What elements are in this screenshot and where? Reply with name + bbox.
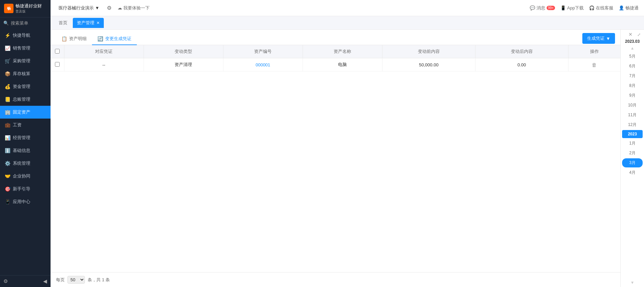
tab-change-voucher[interactable]: 🔄 变更生成凭证 bbox=[92, 33, 137, 45]
cal-month-11[interactable]: 11月 bbox=[622, 110, 643, 120]
user-name: 畅捷通 bbox=[625, 5, 639, 11]
generate-voucher-button[interactable]: 生成凭证 ▼ bbox=[582, 33, 615, 44]
generate-voucher-label: 生成凭证 bbox=[587, 35, 605, 41]
row-before-change: 50,000.00 bbox=[382, 58, 475, 71]
sidebar-item-app-center[interactable]: 📱 应用中心 bbox=[0, 195, 51, 208]
message-icon: 💬 bbox=[530, 5, 535, 10]
cal-month-8[interactable]: 8月 bbox=[622, 81, 643, 90]
search-menu[interactable]: 🔍 搜索菜单 bbox=[0, 18, 51, 29]
cal-year-2023[interactable]: 2023 bbox=[622, 130, 643, 138]
per-page-label: 每页 bbox=[56, 277, 65, 283]
capital-icon: 💰 bbox=[5, 84, 10, 89]
app-version: 普及版 bbox=[16, 9, 42, 14]
asset-detail-label: 资产明细 bbox=[69, 36, 87, 42]
sidebar-item-fixed-assets[interactable]: 🏢 固定资产 bbox=[0, 106, 51, 119]
sidebar-item-guide[interactable]: 🎯 新手引导 bbox=[0, 183, 51, 195]
company-dropdown-icon: ▼ bbox=[95, 5, 99, 10]
sidebar-item-sales[interactable]: 📈 销售管理 bbox=[0, 42, 51, 55]
quick-nav-label: 快捷导航 bbox=[13, 32, 30, 38]
app-download-button[interactable]: 📱 App下载 bbox=[560, 5, 584, 11]
row-voucher: -- bbox=[64, 58, 144, 71]
row-change-type: 资产清理 bbox=[144, 58, 223, 71]
settings-icon[interactable]: ⚙ bbox=[3, 278, 8, 284]
customer-service-button[interactable]: 🎧 在线客服 bbox=[589, 5, 613, 11]
sidebar-item-basic-info[interactable]: ℹ️ 基础信息 bbox=[0, 144, 51, 157]
customer-service-label: 在线客服 bbox=[596, 5, 613, 11]
quick-nav-icon: ⚡ bbox=[5, 33, 10, 38]
cal-month-7[interactable]: 7月 bbox=[622, 71, 643, 81]
calendar-close-button[interactable]: ✕ bbox=[626, 31, 635, 38]
table-header-row: 对应凭证 变动类型 资产编号 资产名称 变动前内容 变动后内容 操作 bbox=[51, 45, 620, 58]
top-header: 医疗器械行业演示 ▼ ⚙ ☁ 我要体验一下 💬 消息 99 📱 App下载 🎧 … bbox=[51, 0, 644, 16]
row-asset-name: 电脑 bbox=[303, 58, 382, 71]
select-all-checkbox[interactable] bbox=[55, 49, 60, 54]
row-after-change: 0.00 bbox=[475, 58, 568, 71]
total-label: 条，共 1 条 bbox=[88, 277, 110, 283]
tab-home[interactable]: 首页 bbox=[55, 18, 71, 28]
inventory-label: 库存核算 bbox=[13, 71, 30, 77]
sidebar: 畅 畅捷通好业财 普及版 🔍 搜索菜单 ⚡ 快捷导航 📈 销售管理 🛒 采购管理… bbox=[0, 0, 51, 287]
delete-row-button[interactable]: 🗑 bbox=[592, 62, 597, 68]
change-voucher-icon: 🔄 bbox=[97, 36, 103, 41]
sidebar-item-operations[interactable]: 📊 经营管理 bbox=[0, 131, 51, 144]
purchase-label: 采购管理 bbox=[13, 58, 30, 64]
collapse-icon[interactable]: ◀ bbox=[43, 278, 47, 284]
sidebar-item-capital[interactable]: 💰 资金管理 bbox=[0, 80, 51, 93]
sidebar-item-ledger[interactable]: 📒 总账管理 bbox=[0, 93, 51, 106]
settings-gear-icon[interactable]: ⚙ bbox=[107, 5, 112, 11]
sidebar-item-payroll[interactable]: 💼 工资 bbox=[0, 119, 51, 131]
header-right: 💬 消息 99 📱 App下载 🎧 在线客服 👤 畅捷通 bbox=[530, 5, 639, 11]
feedback-button[interactable]: ☁ 我要体验一下 bbox=[118, 5, 150, 11]
sales-label: 销售管理 bbox=[13, 45, 30, 51]
change-voucher-table: 对应凭证 变动类型 资产编号 资产名称 变动前内容 变动后内容 操作 bbox=[51, 45, 620, 71]
fixed-assets-icon: 🏢 bbox=[5, 109, 10, 115]
ledger-label: 总账管理 bbox=[13, 96, 30, 102]
table-container: 对应凭证 变动类型 资产编号 资产名称 变动前内容 变动后内容 操作 bbox=[51, 45, 620, 272]
capital-label: 资金管理 bbox=[13, 84, 30, 90]
inner-tabs: 📋 资产明细 🔄 变更生成凭证 bbox=[51, 30, 620, 45]
row-checkbox-cell bbox=[51, 58, 64, 71]
basic-info-icon: ℹ️ bbox=[5, 148, 10, 153]
asset-detail-icon: 📋 bbox=[61, 36, 67, 41]
sidebar-item-quick-nav[interactable]: ⚡ 快捷导航 bbox=[0, 29, 51, 42]
calendar-scroll-down[interactable]: ▼ bbox=[630, 280, 635, 286]
payroll-label: 工资 bbox=[13, 122, 22, 128]
payroll-icon: 💼 bbox=[5, 122, 10, 128]
tab-close-icon[interactable]: ✕ bbox=[96, 21, 100, 25]
sidebar-item-inventory[interactable]: 📦 库存核算 bbox=[0, 67, 51, 80]
sidebar-nav: ⚡ 快捷导航 📈 销售管理 🛒 采购管理 📦 库存核算 💰 资金管理 📒 总账管… bbox=[0, 29, 51, 275]
per-page-select[interactable]: 50 10 20 100 bbox=[67, 276, 85, 284]
calendar-scroll-up[interactable]: ▲ bbox=[630, 45, 635, 51]
purchase-icon: 🛒 bbox=[5, 58, 10, 64]
cal-month-2023-4[interactable]: 4月 bbox=[622, 168, 643, 177]
cal-month-10[interactable]: 10月 bbox=[622, 101, 643, 110]
enterprise-icon: 🤝 bbox=[5, 173, 10, 179]
th-after-change: 变动后内容 bbox=[475, 45, 568, 58]
search-menu-label: 搜索菜单 bbox=[11, 20, 28, 26]
feedback-label: 我要体验一下 bbox=[123, 5, 150, 11]
tab-home-label: 首页 bbox=[59, 20, 67, 25]
user-avatar[interactable]: 👤 畅捷通 bbox=[619, 5, 639, 11]
tab-asset-management[interactable]: 资产管理 ✕ bbox=[73, 18, 104, 28]
message-button[interactable]: 💬 消息 99 bbox=[530, 5, 555, 11]
calendar-expand-button[interactable]: ⤢ bbox=[635, 32, 643, 38]
row-checkbox[interactable] bbox=[55, 62, 60, 67]
tab-asset-detail[interactable]: 📋 资产明细 bbox=[56, 33, 92, 45]
app-center-label: 应用中心 bbox=[13, 199, 30, 205]
cal-month-9[interactable]: 9月 bbox=[622, 91, 643, 100]
cal-month-2023-2[interactable]: 2月 bbox=[622, 149, 643, 158]
cal-month-12[interactable]: 12月 bbox=[622, 120, 643, 129]
th-asset-name: 资产名称 bbox=[303, 45, 382, 58]
cal-month-6[interactable]: 6月 bbox=[622, 62, 643, 71]
sidebar-item-system[interactable]: ⚙️ 系统管理 bbox=[0, 157, 51, 170]
calendar-panel: ✕ ⤢ 2023.03 ▲ 5月 6月 7月 8月 9月 10月 11月 12月… bbox=[620, 30, 644, 287]
cal-month-2023-1[interactable]: 1月 bbox=[622, 139, 643, 148]
cal-month-5[interactable]: 5月 bbox=[622, 52, 643, 61]
sidebar-item-purchase[interactable]: 🛒 采购管理 bbox=[0, 55, 51, 67]
user-icon: 👤 bbox=[619, 5, 624, 10]
table-row: -- 资产清理 000001 电脑 50,000.00 0.00 🗑 bbox=[51, 58, 620, 71]
main-content: 📋 资产明细 🔄 变更生成凭证 生成凭证 ▼ bbox=[51, 30, 620, 287]
sidebar-item-enterprise[interactable]: 🤝 企业协同 bbox=[0, 170, 51, 183]
company-selector[interactable]: 医疗器械行业演示 ▼ bbox=[56, 4, 102, 12]
cal-month-2023-3[interactable]: 3月 bbox=[622, 158, 643, 167]
